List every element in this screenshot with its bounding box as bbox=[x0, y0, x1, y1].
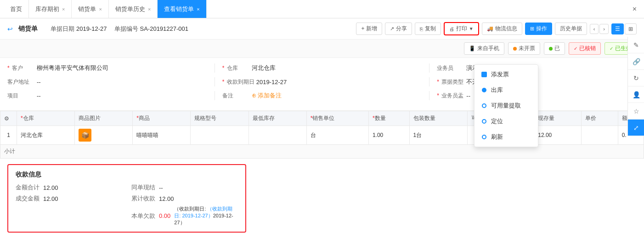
form-row-3: 项目 -- 备注 ⊕ 添加备注 * 业务员盂 -- bbox=[7, 91, 637, 100]
copy-button[interactable]: ⎘ 复制 bbox=[415, 23, 441, 35]
cumulative-row: 累计收款 12.00 bbox=[131, 194, 238, 203]
close-sales-tab[interactable]: × bbox=[99, 6, 102, 12]
operate-button[interactable]: ⊞ 操作 bbox=[525, 23, 552, 35]
doc-number-label: 单据编号 SA-20191227-001 bbox=[114, 25, 189, 33]
doc-meta: 单据日期 2019-12-27 单据编号 SA-20191227-001 bbox=[51, 25, 188, 33]
main-content: ↩ 销货单 单据日期 2019-12-27 单据编号 SA-20191227-0… bbox=[0, 18, 644, 245]
dropdown-outbound[interactable]: 出库 bbox=[475, 82, 538, 98]
same-order-row: 同单现结 -- bbox=[131, 183, 238, 192]
nav-arrows: ‹ › bbox=[590, 24, 609, 34]
outbound-icon bbox=[481, 87, 487, 93]
close-inventory-tab[interactable]: × bbox=[62, 6, 65, 12]
right-icons: ✎ 🔗 ↻ 👤 ☆ ⤢ bbox=[627, 37, 644, 136]
address-label: 客户地址 bbox=[7, 78, 35, 86]
payment-grid: 金额合计 12.00 同单现结 -- 成交金额 12.00 累计收款 12.00… bbox=[16, 183, 238, 226]
refresh-icon-button[interactable]: ↻ bbox=[628, 70, 644, 86]
doc-date-value: 2019-12-27 bbox=[76, 25, 107, 32]
warehouse-value: 河北仓库 bbox=[252, 64, 276, 72]
table-row[interactable]: 1 河北仓库 📦 嘻嘻嘻嘻 台 1.00 1台 12.00 0. bbox=[0, 126, 644, 145]
dropdown-available-qty[interactable]: 可用量提取 bbox=[475, 98, 538, 114]
divider-2 bbox=[429, 63, 429, 73]
warehouse-label: * 仓库 bbox=[222, 64, 250, 72]
unopened-button[interactable]: 未开票 bbox=[508, 42, 540, 55]
tab-home[interactable]: 首页 bbox=[4, 0, 29, 18]
new-button[interactable]: + 新增 bbox=[356, 23, 382, 35]
tab-sales-history[interactable]: 销货单历史 × bbox=[109, 0, 158, 18]
add-invoice-icon bbox=[481, 71, 487, 78]
same-order-label: 同单现结 bbox=[131, 183, 155, 192]
dropdown-refresh[interactable]: 刷新 bbox=[475, 129, 538, 145]
divider-4 bbox=[429, 77, 429, 86]
th-unit-price: 单价 bbox=[582, 111, 618, 126]
staff2-value: -- bbox=[466, 92, 470, 99]
doc-date-label: 单据日期 2019-12-27 bbox=[51, 25, 107, 33]
project-value: -- bbox=[37, 92, 41, 99]
tab-sales-order[interactable]: 销货单 × bbox=[72, 0, 108, 18]
logistics-button[interactable]: 🚚 物流信息 bbox=[482, 23, 522, 35]
total-amount-label: 金额合计 bbox=[16, 183, 40, 192]
form-section: * 客户 柳州粤港平安气体有限公司 * 仓库 河北仓库 业务员 演示账号 bbox=[0, 58, 644, 111]
current-due-label: 本单欠款 bbox=[131, 212, 155, 220]
dropdown-add-invoice[interactable]: 添发票 bbox=[475, 67, 538, 82]
user-icon-button[interactable]: 👤 bbox=[628, 86, 644, 103]
global-close-button[interactable]: × bbox=[629, 5, 640, 13]
divider-1 bbox=[215, 63, 215, 73]
unopened-dot bbox=[513, 47, 517, 51]
dropdown-locate[interactable]: 定位 bbox=[475, 114, 538, 129]
row-spec bbox=[191, 126, 249, 145]
subtotal-row: 小计 bbox=[0, 145, 644, 159]
star-icon-button[interactable]: ☆ bbox=[628, 103, 644, 120]
mobile-button[interactable]: 📱 来自手机 bbox=[464, 42, 504, 55]
prev-button[interactable]: ‹ bbox=[590, 24, 599, 34]
divider-3 bbox=[215, 77, 215, 86]
tab-inventory-start[interactable]: 库存期初 × bbox=[29, 0, 72, 18]
close-view-tab[interactable]: × bbox=[197, 6, 199, 12]
add-remark-button[interactable]: ⊕ 添加备注 bbox=[252, 91, 282, 100]
view-toggle: ☰ ⊞ bbox=[611, 23, 637, 34]
row-pack-qty: 1台 bbox=[409, 126, 467, 145]
row-product: 嘻嘻嘻嘻 bbox=[133, 126, 191, 145]
product-image: 📦 bbox=[79, 129, 91, 142]
print-button[interactable]: 🖨 打印 ▼ bbox=[444, 22, 479, 35]
row-image: 📦 bbox=[75, 126, 133, 145]
table-header-row: ⚙ *仓库 商品图片 *商品 规格型号 最低库存 *销售单位 *数量 包装数量 … bbox=[0, 111, 644, 126]
project-label: 项目 bbox=[7, 92, 35, 100]
customer-label: * 客户 bbox=[7, 64, 35, 72]
doc-title-area: ↩ 销货单 单据日期 2019-12-27 单据编号 SA-20191227-0… bbox=[7, 25, 188, 33]
available-qty-icon bbox=[481, 103, 487, 109]
staff2-label: * 业务员盂 bbox=[437, 92, 464, 100]
total-amount-value: 12.00 bbox=[43, 184, 58, 191]
due-date-value: 2019-12-27 bbox=[256, 79, 287, 85]
link-icon-button[interactable]: 🔗 bbox=[628, 53, 644, 70]
check-button[interactable]: 已 bbox=[544, 42, 565, 55]
cancelled-status: ✓ 已核销 bbox=[569, 42, 601, 55]
close-history-tab[interactable]: × bbox=[148, 6, 151, 12]
document-header: ↩ 销货单 单据日期 2019-12-27 单据编号 SA-20191227-0… bbox=[0, 18, 644, 40]
next-button[interactable]: › bbox=[599, 24, 609, 34]
staff-label: 业务员 bbox=[437, 64, 464, 72]
edit-icon-button[interactable]: ✎ bbox=[628, 37, 644, 53]
doc-type-label: 销货单 bbox=[18, 25, 38, 33]
warehouse-field: * 仓库 河北仓库 bbox=[222, 64, 422, 72]
row-unit-price bbox=[582, 126, 618, 145]
form-row-1: * 客户 柳州粤港平安气体有限公司 * 仓库 河北仓库 业务员 演示账号 bbox=[7, 63, 637, 73]
grid-view-button[interactable]: ⊞ bbox=[625, 23, 637, 34]
row-num: 1 bbox=[0, 126, 17, 145]
customer-value: 柳州粤港平安气体有限公司 bbox=[37, 64, 108, 72]
subtotal-label: 小计 bbox=[0, 145, 644, 159]
remark-field: 备注 ⊕ 添加备注 bbox=[222, 91, 422, 100]
product-table: ⚙ *仓库 商品图片 *商品 规格型号 最低库存 *销售单位 *数量 包装数量 … bbox=[0, 111, 644, 159]
row-unit: 台 bbox=[306, 126, 368, 145]
share-button[interactable]: ↗ 分享 bbox=[385, 23, 412, 35]
due-date-field: * 收款到期日 2019-12-27 bbox=[222, 78, 422, 86]
list-view-button[interactable]: ☰ bbox=[611, 23, 624, 34]
expand-icon-button[interactable]: ⤢ bbox=[628, 120, 644, 136]
doc-number-value: SA-20191227-001 bbox=[140, 25, 189, 32]
current-due-row: 本单欠款 0.00 （收款到期日: （收款到期日: 2019-12-27）201… bbox=[131, 205, 238, 226]
th-image: 商品图片 bbox=[75, 111, 133, 126]
operate-dropdown: 添发票 出库 可用量提取 定位 刷新 bbox=[474, 64, 538, 147]
history-button[interactable]: 历史单据 bbox=[555, 23, 587, 35]
tab-view-order[interactable]: 查看销货单 × bbox=[158, 0, 206, 18]
th-settings[interactable]: ⚙ bbox=[0, 111, 17, 126]
payment-title: 收款信息 bbox=[16, 171, 238, 179]
